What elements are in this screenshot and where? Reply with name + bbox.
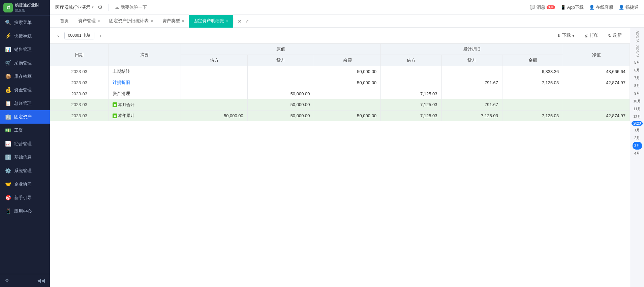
sidebar-item-apps[interactable]: 📱 应用中心 [0,204,50,218]
scroll-month-4[interactable]: 4月 [630,150,644,157]
table-row-summary[interactable]: 计提折旧 [109,77,181,88]
inventory-icon: 📦 [5,73,11,79]
col-header-accum-dep: 累计折旧 [381,44,563,55]
sidebar-item-finance[interactable]: 💰 资金管理 [0,83,50,97]
sidebar-item-label: 新手引导 [14,195,32,201]
sidebar-item-label: 销售管理 [14,46,32,53]
table-row-orig-balance: 50,000.00 [314,77,381,88]
sidebar-item-label: 企业协同 [14,181,32,187]
download-icon: ⬇ [557,33,561,38]
content-area: ‹ 000001 电脑 › ⬇ 下载 ▾ 🖨 打印 ↻ 刷新 [50,28,644,287]
col-header-net-value: 净值 [563,44,630,66]
payroll-icon: 💵 [5,127,11,133]
scroll-month-3[interactable]: 3月 [633,142,642,150]
tab-asset-type-close[interactable]: × [182,19,184,23]
company-name: 医疗器械行业演示 [55,4,90,10]
collapse-icon[interactable]: ◀◀ [37,278,45,284]
guide-icon: 🎯 [5,195,11,201]
table-row-orig-debit [181,88,248,99]
scroll-month-9[interactable]: 9月 [630,90,644,97]
sidebar-item-label: 系统管理 [14,168,32,174]
table-row-summary: ▣ 本月合计 [109,99,181,110]
download-label: 下载 [562,32,571,38]
sidebar-item-sales[interactable]: 📊 销售管理 [0,43,50,56]
close-window-btn[interactable]: ✕ [237,18,242,25]
scroll-month-12[interactable]: 12月 [630,113,644,121]
scroll-month-11[interactable]: 11月 [630,105,644,113]
trial-btn[interactable]: ☁ 我要体验一下 [115,4,147,10]
tab-asset-detail[interactable]: 固定资产明细账 × [189,15,233,28]
purchase-icon: 🛒 [5,60,11,66]
table-row-dep-balance [502,99,563,110]
sidebar-item-search[interactable]: 🔍 搜索菜单 [0,16,50,29]
tab-home[interactable]: 首页 [55,15,73,28]
trial-text: 我要体验一下 [121,4,147,10]
table-row-orig-credit: 50,000.00 [247,110,314,121]
scroll-month-2[interactable]: 2月 [630,134,644,142]
sidebar-item-inventory[interactable]: 📦 库存核算 [0,70,50,83]
table-row-orig-credit [247,77,314,88]
sidebar-bottom: ⚙ ◀◀ [0,274,50,287]
print-btn[interactable]: 🖨 打印 [581,31,601,40]
scroll-month-10[interactable]: 10月 [630,97,644,105]
sidebar-item-guide[interactable]: 🎯 新手引导 [0,191,50,204]
sidebar-item-basic-info[interactable]: ℹ️ 基础信息 [0,151,50,164]
trial-icon: ☁ [115,5,119,10]
tab-asset-management[interactable]: 资产管理 × [73,15,104,28]
settings-icon[interactable]: ⚙ [98,4,102,10]
scroll-month-7[interactable]: 7月 [630,74,644,82]
table-row-date: 2023-03 [50,110,109,121]
col-header-summary: 摘要 [109,44,181,66]
app-download-btn[interactable]: 📱 App下载 [560,4,584,10]
topbar-right: 💬 消息 99+ 📱 App下载 👤 在线客服 👤 畅捷通 [530,4,639,10]
col-sub-dep-debit: 借方 [381,55,441,66]
scroll-year-top2: 2023.03 [634,44,640,58]
table-row-date: 2023-03 [50,88,109,99]
scroll-month-1[interactable]: 1月 [630,126,644,134]
sidebar-item-purchase[interactable]: 🛒 采购管理 [0,56,50,70]
print-label: 打印 [590,32,599,38]
settings-bottom-icon[interactable]: ⚙ [5,278,9,284]
tab-depreciation-stat[interactable]: 固定资产折旧统计表 × [104,15,157,28]
sidebar-item-fixed-assets[interactable]: 🏢 固定资产 [0,110,50,124]
scroll-month-8[interactable]: 8月 [630,82,644,90]
scroll-month-5[interactable]: 5月 [630,59,644,66]
table-row-orig-balance: 50,000.00 [314,110,381,121]
logo-icon: 财 [3,3,13,12]
tab-depreciation-stat-close[interactable]: × [151,19,153,23]
messages-btn[interactable]: 💬 消息 99+ [530,4,555,10]
online-service-label: 在线客服 [596,4,613,10]
user-avatar-btn[interactable]: 👤 畅捷通 [619,4,639,10]
table-row-dep-debit [381,66,441,77]
sidebar-item-payroll[interactable]: 💵 工资 [0,124,50,137]
refresh-label: 刷新 [613,32,622,38]
sidebar-logo: 财 畅捷通好业财 普及版 [0,0,50,16]
company-selector[interactable]: 医疗器械行业演示 ▾ [55,4,94,10]
prev-asset-btn[interactable]: ‹ [55,32,61,39]
sidebar-item-label: 采购管理 [14,60,32,66]
online-service-btn[interactable]: 👤 在线客服 [589,4,613,10]
sidebar-nav: 🔍 搜索菜单 ⚡ 快捷导航 📊 销售管理 🛒 采购管理 📦 库存核算 💰 资金管… [0,16,50,274]
ledger-icon: 📋 [5,100,11,106]
tab-asset-type[interactable]: 资产类型 × [158,15,189,28]
sidebar-item-quicknav[interactable]: ⚡ 快捷导航 [0,29,50,43]
avatar-icon: 👤 [619,5,624,10]
maximize-window-btn[interactable]: ⤢ [244,18,250,25]
table-row-dep-debit: 7,125.03 [381,88,441,99]
tab-asset-management-close[interactable]: × [98,19,100,23]
sidebar-item-ledger[interactable]: 📋 总账管理 [0,97,50,110]
download-btn[interactable]: ⬇ 下载 ▾ [554,31,577,40]
next-asset-btn[interactable]: › [98,32,103,39]
data-table: 日期 摘要 原值 累计折旧 净值 借方 贷方 余额 借方 贷方 余额 [50,43,630,121]
sidebar-item-system[interactable]: ⚙️ 系统管理 [0,164,50,178]
table-row-date: 2023-03 [50,77,109,88]
tab-asset-detail-close[interactable]: × [226,19,228,23]
fixed-assets-icon: 🏢 [5,114,11,120]
sidebar-item-operations[interactable]: 📈 经营管理 [0,137,50,151]
table-row-dep-balance: 7,125.03 [502,77,563,88]
table-row-dep-debit: 7,125.03 [381,99,441,110]
sidebar-item-collab[interactable]: 🤝 企业协同 [0,178,50,191]
refresh-btn[interactable]: ↻ 刷新 [605,31,624,40]
sales-icon: 📊 [5,46,11,53]
scroll-month-6[interactable]: 6月 [630,66,644,74]
